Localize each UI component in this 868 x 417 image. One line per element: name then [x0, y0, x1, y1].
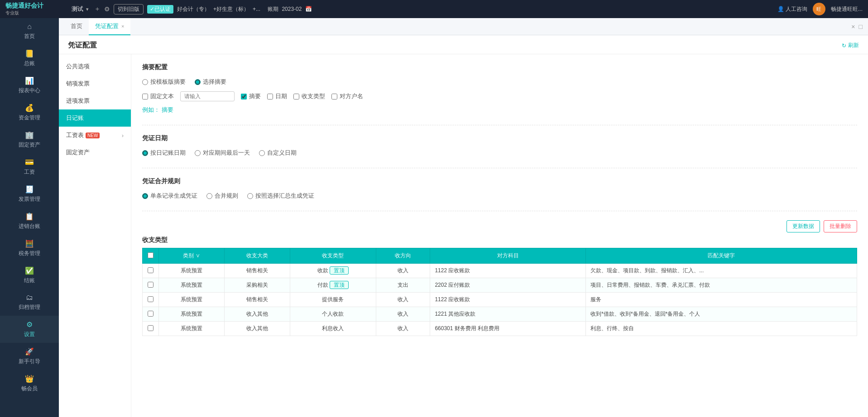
row-direction: 收入 [376, 322, 430, 336]
left-nav-public[interactable]: 公共选项 [59, 58, 131, 75]
radio-select-summary[interactable]: 选择摘要 [195, 78, 226, 86]
radio-custom-date[interactable]: 自定义日期 [259, 149, 297, 157]
left-nav: 公共选项 销项发票 进项发票 日记账 工资表 NEW › 固定资产 [59, 54, 131, 417]
window-close-btn[interactable]: × [851, 23, 855, 30]
divider-3 [142, 211, 857, 211]
sidebar-item-archive[interactable]: 🗂 归档管理 [0, 289, 59, 316]
settings-sidebar-icon: ⚙ [26, 320, 33, 329]
left-nav-purchase-invoice[interactable]: 进项发票 [59, 92, 131, 109]
company-dropdown-icon[interactable]: ▾ [86, 6, 89, 12]
sidebar-label-member: 畅会员 [21, 385, 38, 393]
table-header-row: 更新数据 批量删除 [142, 220, 857, 232]
divider-2 [142, 168, 857, 168]
add-icon[interactable]: ＋ [94, 5, 101, 13]
tab-close-icon[interactable]: × [121, 24, 124, 29]
sidebar-item-funds[interactable]: 💰 资金管理 [0, 99, 59, 126]
left-nav-payroll[interactable]: 工资表 NEW › [59, 127, 131, 144]
payment-types-section: 更新数据 批量删除 收支类型 类别 ∨ [142, 220, 857, 336]
sidebar-item-tax[interactable]: 🧮 税务管理 [0, 235, 59, 262]
row-checkbox[interactable] [148, 325, 153, 331]
tab-home[interactable]: 首页 [64, 18, 89, 35]
refresh-btn[interactable]: ↻ 刷新 [842, 42, 859, 49]
sidebar-item-home[interactable]: ⌂ 首页 [0, 18, 59, 45]
sidebar-item-reports[interactable]: 📊 报表中心 [0, 72, 59, 99]
update-data-btn[interactable]: 更新数据 [786, 220, 820, 232]
settings-icon[interactable]: ⚙ [104, 5, 110, 13]
row-main-type: 销售相关 [224, 264, 290, 278]
page-content: 凭证配置 ↻ 刷新 公共选项 销项发票 进项发票 日记账 [59, 35, 868, 417]
checkbox-counterpart[interactable]: 对方户名 [331, 92, 363, 100]
table-row: 系统预置 销售相关 收款 置顶 收入 1122 应收账款 欠款、现金、项目款、到… [143, 264, 857, 278]
row-checkbox[interactable] [148, 267, 153, 273]
user-avatar[interactable]: 旺 [813, 3, 825, 15]
sidebar-item-invoice-mgmt[interactable]: 🧾 发票管理 [0, 180, 59, 208]
switch-old-btn[interactable]: 切到旧版 [114, 4, 144, 14]
row-keywords: 项目、日常费用、报销款、车费、承兑汇票、付款 [586, 278, 857, 293]
service-icon: 👤 [777, 6, 784, 12]
checkbox-summary[interactable]: 摘要 [241, 92, 261, 100]
row-checkbox-cell [143, 322, 159, 336]
window-maximize-btn[interactable]: □ [859, 23, 863, 30]
sidebar-label-settlement: 结账 [24, 277, 35, 284]
row-checkbox[interactable] [148, 282, 153, 288]
fixed-text-input[interactable] [180, 91, 235, 101]
sidebar-item-guide[interactable]: 🚀 新手引导 [0, 343, 59, 370]
good-accounting-label: 好会计（专） [177, 5, 210, 13]
sidebar-item-fixed-assets[interactable]: 🏢 固定资产 [0, 126, 59, 153]
radio-summary-total[interactable]: 按照选择汇总生成凭证 [247, 192, 314, 200]
right-section: 👤 人工咨询 旺 畅捷通旺旺... [777, 3, 863, 15]
radio-template-summary[interactable]: 按模板版摘要 [142, 78, 186, 86]
payment-types-title: 收支类型 [142, 236, 168, 243]
certified-badge: ✓已认证 [147, 5, 173, 14]
radio-merge-rule[interactable]: 合并规则 [206, 192, 238, 200]
select-all-checkbox[interactable] [148, 252, 153, 258]
sidebar-label-invoice-mgmt: 发票管理 [19, 195, 40, 203]
left-nav-fixed-assets-sub[interactable]: 固定资产 [59, 144, 131, 161]
voucher-date-section: 凭证日期 按日记账日期 对应期间最后一天 自定义日期 [142, 134, 857, 157]
row-checkbox[interactable] [148, 311, 153, 317]
table-row: 系统预置 销售相关 提供服务 收入 1122 应收账款 服务 [143, 293, 857, 307]
row-checkbox-cell [143, 278, 159, 293]
payroll-chevron-icon: › [122, 132, 124, 139]
sidebar-item-salary[interactable]: 💳 工资 [0, 153, 59, 180]
sidebar-item-settlement[interactable]: ✅ 结账 [0, 262, 59, 289]
col-direction: 收方向 [376, 248, 430, 264]
row-main-type: 销售相关 [224, 293, 290, 307]
main-wrapper: 首页 凭证配置 × × □ 凭证配置 ↻ 刷新 公共选项 [59, 18, 868, 417]
app-logo: 畅捷通好会计 专业版 [5, 2, 64, 16]
sidebar-label-settings: 设置 [24, 331, 35, 338]
col-sub-type: 收支类型 [290, 248, 376, 264]
sidebar-item-purchase-sale[interactable]: 📋 进销台账 [0, 208, 59, 235]
row-account: 1122 应收账款 [430, 264, 586, 278]
radio-single-record[interactable]: 单条记录生成凭证 [142, 192, 197, 200]
batch-delete-btn[interactable]: 批量删除 [824, 220, 857, 232]
radio-period-last[interactable]: 对应期间最后一天 [195, 149, 250, 157]
voucher-date-title: 凭证日期 [142, 134, 857, 142]
row-category: 系统预置 [159, 293, 225, 307]
sidebar-label-fixed-assets: 固定资产 [19, 141, 40, 149]
row-category: 系统预置 [159, 322, 225, 336]
checkbox-date[interactable]: 日期 [267, 92, 287, 100]
summary-config-section: 摘要配置 按模板版摘要 选择摘要 [142, 63, 857, 114]
left-nav-journal[interactable]: 日记账 [59, 109, 131, 127]
archive-icon: 🗂 [26, 294, 33, 302]
calendar-icon[interactable]: 📅 [305, 6, 312, 12]
col-keywords: 匹配关键字 [586, 248, 857, 264]
left-nav-sales-invoice[interactable]: 销项发票 [59, 75, 131, 92]
checkbox-fixed-text[interactable]: 固定文本 [142, 92, 174, 100]
sidebar-item-ledger[interactable]: 📒 总账 [0, 45, 59, 72]
tab-voucher-config[interactable]: 凭证配置 × [89, 18, 130, 35]
salary-icon: 💳 [25, 158, 34, 166]
top-tag: 置顶 [330, 281, 349, 289]
radio-journal-date[interactable]: 按日记账日期 [142, 149, 186, 157]
col-category: 类别 ∨ [159, 248, 225, 264]
sidebar-item-settings[interactable]: ⚙ 设置 [0, 316, 59, 343]
sidebar-label-salary: 工资 [24, 168, 35, 176]
user-service-btn[interactable]: 👤 人工咨询 [777, 5, 807, 13]
row-account: 1221 其他应收款 [430, 307, 586, 322]
summary-checkbox-row: 固定文本 摘要 日期 收支类型 [142, 91, 857, 101]
row-checkbox[interactable] [148, 296, 153, 302]
row-main-type: 收入其他 [224, 307, 290, 322]
sidebar-item-member[interactable]: 👑 畅会员 [0, 370, 59, 397]
checkbox-payment-type[interactable]: 收支类型 [293, 92, 325, 100]
